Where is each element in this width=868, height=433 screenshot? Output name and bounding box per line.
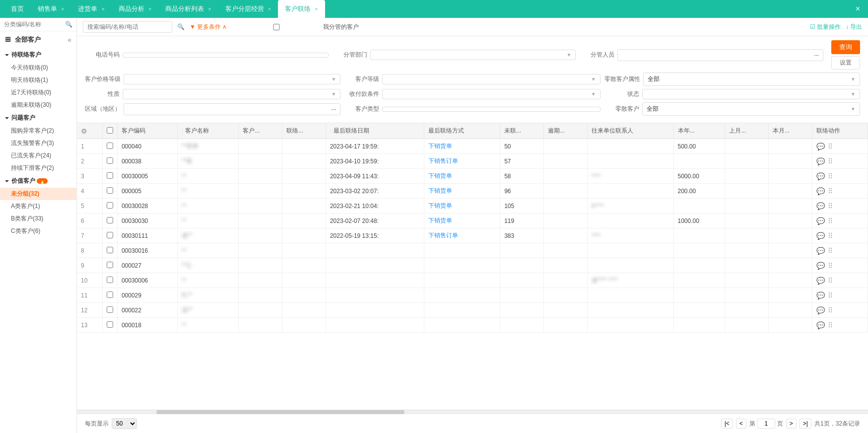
row-last-method-cell[interactable] — [424, 273, 500, 288]
section-problem-customers[interactable]: 问题客户 — [0, 111, 76, 125]
comment-icon[interactable]: 💬 — [816, 247, 825, 255]
row-checkbox[interactable] — [107, 143, 113, 149]
row-last-method-cell[interactable]: 下销售订单 — [424, 228, 500, 243]
sidebar-item-churned[interactable]: 已流失客户(24) — [0, 149, 76, 162]
more-icon[interactable]: ⠿ — [828, 157, 833, 165]
close-purchase-tab[interactable]: × — [101, 0, 104, 18]
comment-icon[interactable]: 💬 — [816, 157, 825, 165]
tab-product-analysis-list[interactable]: 商品分析列表 × — [158, 0, 218, 18]
section-pending-contact[interactable]: 待联络客户 — [0, 48, 76, 62]
close-product-list-tab[interactable]: × — [208, 0, 211, 18]
dept-select[interactable]: ▼ — [370, 50, 576, 60]
row-checkbox[interactable] — [107, 232, 113, 238]
row-checkbox-cell[interactable] — [102, 169, 117, 184]
next-page-btn[interactable]: > — [786, 419, 797, 429]
page-number-input[interactable] — [757, 419, 775, 429]
sidebar-item-class-b[interactable]: B类客户(33) — [0, 213, 76, 225]
row-checkbox[interactable] — [107, 262, 113, 268]
col-last-month[interactable]: 上月... — [725, 123, 769, 139]
row-last-method-cell[interactable]: 下销售订单 — [424, 154, 500, 169]
section-value-customers[interactable]: 价值客户 🔥 — [0, 174, 76, 188]
row-checkbox-cell[interactable] — [102, 139, 117, 154]
row-checkbox[interactable] — [107, 187, 113, 194]
row-checkbox[interactable] — [107, 157, 113, 164]
last-method-link[interactable]: 下销货单 — [428, 217, 452, 224]
all-customers-item[interactable]: ⊞ 全部客户 « — [0, 31, 76, 48]
sidebar-item-declining[interactable]: 持续下滑客户(2) — [0, 162, 76, 174]
more-icon[interactable]: ⠿ — [828, 277, 833, 285]
col-code[interactable]: 客户编码 — [117, 123, 177, 139]
retail-customer-select[interactable]: 全部 ▼ — [642, 102, 860, 116]
col-name[interactable]: 客户名称 — [178, 123, 239, 139]
select-all-checkbox[interactable] — [107, 127, 113, 134]
price-level-select[interactable]: ▼ — [124, 74, 340, 84]
search-input[interactable] — [83, 21, 172, 33]
col-overdue[interactable]: 逾期... — [543, 123, 587, 139]
more-icon[interactable]: ⠿ — [828, 143, 833, 150]
sidebar-item-class-a[interactable]: A类客户(1) — [0, 200, 76, 213]
col-cur-month[interactable]: 本月... — [769, 123, 812, 139]
row-checkbox[interactable] — [107, 172, 113, 179]
my-customers-check[interactable] — [232, 24, 321, 30]
customer-type-input[interactable] — [382, 107, 600, 112]
sidebar-search-icon[interactable]: 🔍 — [65, 21, 72, 28]
row-last-method-cell[interactable] — [424, 303, 500, 318]
more-icon[interactable]: ⠿ — [828, 247, 833, 255]
last-method-link[interactable]: 下销货单 — [428, 172, 452, 179]
close-segment-tab[interactable]: × — [268, 0, 271, 18]
batch-operate-btn[interactable]: ☑ 批量操作 — [810, 23, 841, 31]
tab-sales[interactable]: 销售单 × — [31, 0, 71, 18]
tab-purchase[interactable]: 进货单 × — [71, 0, 111, 18]
sidebar-collapse-icon[interactable]: « — [67, 36, 71, 44]
my-customers-checkbox[interactable]: 我分管的客户 — [232, 23, 359, 31]
sidebar-item-ungroup[interactable]: 未分组(32) — [0, 188, 76, 200]
close-contact-tab[interactable]: × — [315, 0, 318, 18]
last-method-link[interactable]: 下销售订单 — [428, 232, 458, 239]
col-gear[interactable]: ⚙ — [77, 123, 102, 139]
row-checkbox[interactable] — [107, 321, 113, 328]
sidebar-item-class-c[interactable]: C类客户(6) — [0, 225, 76, 237]
home-tab[interactable]: 首页 — [4, 0, 31, 18]
sidebar-item-tomorrow[interactable]: 明天待联络(1) — [0, 74, 76, 86]
close-product-analysis-tab[interactable]: × — [148, 0, 151, 18]
row-last-method-cell[interactable]: 下销货单 — [424, 199, 500, 214]
row-last-method-cell[interactable] — [424, 243, 500, 258]
row-checkbox-cell[interactable] — [102, 288, 117, 303]
col-cur-year[interactable]: 本年... — [673, 123, 725, 139]
more-icon[interactable]: ⠿ — [828, 187, 833, 195]
more-conditions-btn[interactable]: ▼ 更多条件 ∧ — [190, 23, 227, 31]
staff-input[interactable]: ··· — [617, 49, 823, 61]
row-last-method-cell[interactable]: 下销货单 — [424, 139, 500, 154]
more-icon[interactable]: ⠿ — [828, 232, 833, 240]
sidebar-item-churn-warning[interactable]: 流失预警客户(3) — [0, 137, 76, 149]
comment-icon[interactable]: 💬 — [816, 172, 825, 180]
comment-icon[interactable]: 💬 — [816, 217, 825, 225]
comment-icon[interactable]: 💬 — [816, 143, 825, 150]
more-icon[interactable]: ⠿ — [828, 291, 833, 299]
payment-select[interactable]: ▼ — [382, 89, 600, 99]
scroll-thumb[interactable] — [156, 410, 404, 414]
more-icon[interactable]: ⠿ — [828, 172, 833, 180]
search-icon[interactable]: 🔍 — [177, 23, 185, 30]
sidebar-item-overdue[interactable]: 逾期未联络(30) — [0, 99, 76, 111]
search-button[interactable]: 查询 — [831, 40, 860, 54]
row-checkbox-cell[interactable] — [102, 303, 117, 318]
row-last-method-cell[interactable]: 下销货单 — [424, 214, 500, 228]
row-last-method-cell[interactable] — [424, 258, 500, 273]
row-checkbox[interactable] — [107, 291, 113, 298]
page-size-select[interactable]: 50 20 100 — [112, 418, 137, 429]
col-partner-contact[interactable]: 往来单位联系人 — [587, 123, 673, 139]
row-checkbox[interactable] — [107, 306, 113, 313]
row-checkbox-cell[interactable] — [102, 214, 117, 228]
col-last-date[interactable]: 最后联络日期 — [326, 123, 424, 139]
comment-icon[interactable]: 💬 — [816, 321, 825, 329]
comment-icon[interactable]: 💬 — [816, 291, 825, 299]
row-checkbox[interactable] — [107, 217, 113, 223]
col-checkbox[interactable] — [102, 123, 117, 139]
more-icon[interactable]: ⠿ — [828, 217, 833, 225]
export-btn[interactable]: ↓ 导出 — [846, 23, 862, 31]
first-page-btn[interactable]: |< — [721, 419, 733, 429]
tab-customer-segment[interactable]: 客户分层经营 × — [218, 0, 278, 18]
row-checkbox[interactable] — [107, 202, 113, 209]
col-contact[interactable]: 联络... — [282, 123, 326, 139]
